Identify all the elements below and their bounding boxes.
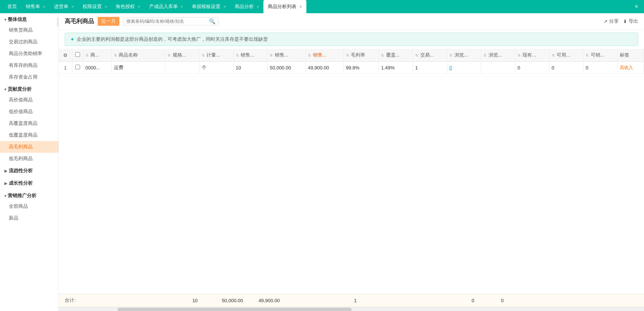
cell-sales-qty: 10: [233, 62, 267, 74]
sidebar-item-low-margin[interactable]: 低毛利商品: [0, 153, 58, 164]
sidebar-group-trend[interactable]: ▶ 流趋性分析: [0, 164, 58, 177]
main-layout: 《 ▾ 整体信息 销售货商品 交易过的商品 商品分类助销率 有库存的商品 库存资…: [0, 13, 644, 311]
col-code[interactable]: ⇅ 商...: [83, 49, 111, 62]
search-input[interactable]: [126, 19, 208, 24]
close-products-in-tab[interactable]: ×: [181, 4, 183, 9]
sidebar-item-stock-capital[interactable]: 库存资金占用: [0, 71, 58, 83]
cell-index: 1: [59, 62, 72, 74]
arrow-trend: ▶: [4, 169, 7, 173]
close-sales-tab[interactable]: ×: [43, 4, 45, 9]
nav-product-analysis[interactable]: 商品分析 ×: [230, 0, 263, 13]
col-tag[interactable]: 标签: [618, 49, 644, 62]
col-trade[interactable]: ⇅ 交易...: [413, 49, 447, 62]
sort-icon-sales-amount: ⇅: [270, 53, 273, 57]
cell-tag: 高收入: [618, 62, 644, 74]
table-wrapper[interactable]: ⚙ ⇅ 商... ⇅ 商品名称: [59, 49, 644, 294]
cell-sales-amount: 50,000.00: [267, 62, 306, 74]
sort-icon-gross-margin: ⇅: [346, 53, 349, 57]
col-sales-net[interactable]: ⇅ 销售...: [305, 49, 343, 62]
col-available[interactable]: ⇅ 可用...: [549, 49, 583, 62]
cell-trade: 1: [413, 62, 447, 74]
nav-product-analysis-list[interactable]: 商品分析列表 ×: [263, 0, 306, 13]
nav-products-in[interactable]: 产成品入库单 ×: [145, 0, 187, 13]
close-roles-tab[interactable]: ×: [138, 4, 140, 9]
close-product-analysis-tab[interactable]: ×: [257, 4, 259, 9]
header-actions: ↗ 分享 ⬇ 导出: [604, 18, 638, 25]
sidebar-item-high-value[interactable]: 高价值商品: [0, 94, 58, 106]
sidebar-item-new-goods[interactable]: 新品: [0, 212, 58, 224]
sidebar-item-all-goods[interactable]: 全部商品: [0, 200, 58, 212]
footer-sales-net: 49,900.00: [259, 298, 295, 303]
share-button[interactable]: ↗ 分享: [604, 18, 619, 25]
arrow-overall: ▾: [4, 18, 6, 22]
col-saleable[interactable]: ⇅ 可销...: [583, 49, 618, 62]
sidebar-item-low-value[interactable]: 低价值商品: [0, 106, 58, 117]
sidebar-group-growth[interactable]: ▶ 成长性分析: [0, 177, 58, 189]
sidebar-item-in-stock[interactable]: 有库存的商品: [0, 59, 58, 71]
sidebar-group-contribution[interactable]: ▾ 贡献度分析: [0, 83, 58, 94]
col-name[interactable]: ⇅ 商品名称: [111, 49, 165, 62]
sidebar-group-overall[interactable]: ▾ 整体信息: [0, 13, 58, 24]
sort-icon-spec: ⇅: [168, 53, 170, 57]
nav-purchase[interactable]: 进货单 ×: [50, 0, 78, 13]
horizontal-scrollbar[interactable]: [59, 307, 644, 311]
sort-icon-view2: ⇅: [483, 53, 486, 57]
share-icon: ↗: [604, 19, 608, 24]
col-sales-qty[interactable]: ⇅ 销售...: [233, 49, 267, 62]
col-coverage[interactable]: ⇅ 覆盖...: [379, 49, 413, 62]
close-purchase-tab[interactable]: ×: [71, 4, 73, 9]
export-button[interactable]: ⬇ 导出: [623, 18, 638, 25]
close-template-tab[interactable]: ×: [223, 4, 226, 9]
sort-icon-sales-qty: ⇅: [236, 53, 239, 57]
sort-icon-available: ⇅: [552, 53, 555, 57]
sidebar-group-marketing[interactable]: ▾ 营销推广分析: [0, 189, 58, 200]
col-unit[interactable]: ⇅ 计量...: [199, 49, 233, 62]
col-gross-margin[interactable]: ⇅ 毛利率: [343, 49, 379, 62]
filter-period-button[interactable]: 近一月: [98, 17, 119, 26]
sidebar: 《 ▾ 整体信息 销售货商品 交易过的商品 商品分类助销率 有库存的商品 库存资…: [0, 13, 59, 311]
nav-roles[interactable]: 角色授权 ×: [111, 0, 144, 13]
close-all-tabs[interactable]: ×: [632, 3, 641, 10]
row-checkbox[interactable]: [75, 65, 80, 69]
sidebar-collapse-btn[interactable]: 《: [57, 18, 59, 26]
cell-sales-net: 49,900.00: [305, 62, 343, 74]
sort-icon-saleable: ⇅: [586, 53, 589, 57]
cell-name: 运费: [111, 62, 165, 74]
cell-unit: 个: [199, 62, 233, 74]
export-icon: ⬇: [623, 19, 627, 24]
col-checkbox[interactable]: [72, 49, 83, 62]
sidebar-item-low-coverage[interactable]: 低覆盖度商品: [0, 129, 58, 141]
col-sales-amount[interactable]: ⇅ 销售...: [267, 49, 306, 62]
arrow-contribution: ▾: [4, 87, 6, 91]
close-product-analysis-list-tab[interactable]: ×: [299, 4, 302, 9]
nav-template-settings[interactable]: 单据模板设置 ×: [187, 0, 230, 13]
select-all-checkbox[interactable]: [75, 52, 80, 57]
cell-view2: [481, 62, 515, 74]
cell-checkbox[interactable]: [72, 62, 83, 74]
sort-icon-coverage: ⇅: [381, 53, 384, 57]
sidebar-item-high-coverage[interactable]: 高覆盖度商品: [0, 117, 58, 129]
col-spec[interactable]: ⇅ 规格...: [165, 49, 199, 62]
sidebar-item-high-margin[interactable]: 高毛利商品: [0, 141, 58, 153]
footer-label: 合计:: [65, 297, 76, 304]
sidebar-item-sales-goods[interactable]: 销售货商品: [0, 24, 58, 36]
close-permissions-tab[interactable]: ×: [105, 4, 107, 9]
col-settings[interactable]: ⚙: [59, 49, 72, 62]
nav-sales[interactable]: 销售单 ×: [21, 0, 50, 13]
sidebar-item-traded-goods[interactable]: 交易过的商品: [0, 36, 58, 48]
sidebar-item-category-assist[interactable]: 商品分类助销率: [0, 48, 58, 59]
col-current[interactable]: ⇅ 现有...: [515, 49, 549, 62]
nav-home[interactable]: 首页: [3, 0, 21, 13]
col-view2[interactable]: ⇅ 浏览...: [481, 49, 515, 62]
cell-view1[interactable]: 0: [447, 62, 481, 74]
data-table: ⚙ ⇅ 商... ⇅ 商品名称: [59, 49, 644, 74]
page-title: 高毛利商品: [65, 18, 94, 25]
sort-icon-unit: ⇅: [202, 53, 205, 57]
footer-total: 合计: 10 50,000.00 49,900.00 1 0 0: [59, 294, 644, 307]
content-area: 高毛利商品 近一月 🔍 ↗ 分享 ⬇ 导出 ✦ 企业的主要的利润都是这部分商品创…: [59, 13, 644, 311]
settings-icon[interactable]: ⚙: [63, 53, 68, 58]
col-view1[interactable]: ⇅ 浏览...: [447, 49, 481, 62]
sort-icon-view1: ⇅: [449, 53, 452, 57]
scrollbar-thumb[interactable]: [118, 308, 352, 311]
nav-permissions[interactable]: 权限设置 ×: [78, 0, 111, 13]
